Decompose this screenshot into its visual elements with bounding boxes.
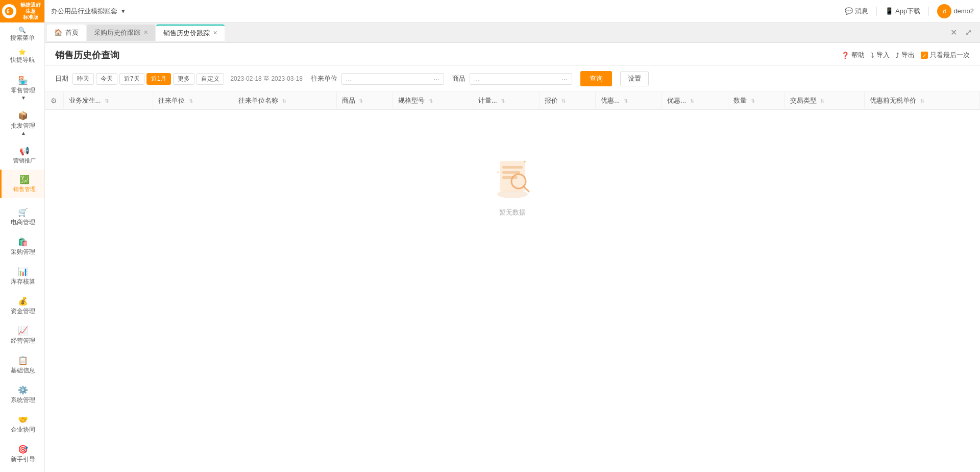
date-filter-label: 日期 bbox=[55, 74, 68, 83]
logo-icon: 6 bbox=[2, 4, 16, 18]
col-product[interactable]: 商品 ⇅ bbox=[336, 92, 393, 110]
sort-partner-code: ⇅ bbox=[189, 98, 193, 104]
col-quote[interactable]: 报价 ⇅ bbox=[539, 92, 596, 110]
help-icon: ❓ bbox=[841, 52, 849, 59]
svg-rect-5 bbox=[502, 171, 520, 174]
wholesale-icon: 📦 bbox=[18, 111, 28, 121]
date-btn-custom[interactable]: 自定义 bbox=[197, 73, 224, 85]
sidebar-item-system[interactable]: ⚙️ 系统管理 bbox=[0, 380, 44, 410]
tab-home[interactable]: 🏠 首页 bbox=[47, 25, 86, 41]
tab-sales-history[interactable]: 销售历史价跟踪 ✕ bbox=[156, 25, 225, 41]
filter-bar: 日期 昨天 今天 近7天 近1月 更多 自定义 2023-02-18 至 202… bbox=[45, 66, 980, 92]
system-icon: ⚙️ bbox=[18, 385, 28, 395]
export-btn[interactable]: ⤴ 导出 bbox=[896, 51, 915, 60]
message-icon: 💬 bbox=[845, 7, 853, 15]
table-settings-icon[interactable]: ⚙ bbox=[51, 97, 57, 105]
user-profile-btn[interactable]: d demo2 bbox=[937, 4, 974, 18]
page-title: 销售历史价查询 bbox=[55, 49, 119, 61]
avatar: d bbox=[937, 4, 951, 18]
col-partner-code[interactable]: 往来单位 ⇅ bbox=[153, 92, 233, 110]
col-pretax-price[interactable]: 优惠前无税单价 ⇅ bbox=[865, 92, 980, 110]
col-discount1[interactable]: 优惠... ⇅ bbox=[596, 92, 662, 110]
svg-rect-4 bbox=[502, 166, 523, 169]
col-quantity[interactable]: 数量 ⇅ bbox=[728, 92, 785, 110]
help-btn[interactable]: ❓ 帮助 bbox=[841, 51, 865, 60]
sidebar-quick-nav[interactable]: ⭐ 快捷导航 bbox=[0, 44, 44, 66]
date-buttons: 昨天 今天 近7天 近1月 更多 自定义 bbox=[72, 73, 224, 85]
sidebar-item-purchase[interactable]: 🛍️ 采购管理 bbox=[0, 232, 44, 262]
tab-purchase-close[interactable]: ✕ bbox=[143, 30, 148, 35]
sidebar-item-wholesale[interactable]: 📦 批发管理 ▲ bbox=[0, 106, 44, 141]
import-icon: ⤵ bbox=[871, 52, 874, 59]
app-download-btn[interactable]: 📱 App下载 bbox=[885, 7, 920, 16]
sort-partner-name: ⇅ bbox=[282, 98, 286, 104]
col-partner-name[interactable]: 往来单位名称 ⇅ bbox=[233, 92, 336, 110]
close-all-tabs-btn[interactable]: ✕ bbox=[948, 27, 959, 38]
sort-trade-type: ⇅ bbox=[820, 98, 824, 104]
inventory-icon: 📊 bbox=[18, 267, 28, 276]
partner-input[interactable] bbox=[346, 75, 432, 83]
maximize-btn[interactable]: ⤢ bbox=[963, 27, 974, 38]
basic-info-icon: 📋 bbox=[18, 356, 28, 365]
svg-text:✦: ✦ bbox=[523, 159, 527, 164]
sidebar-item-inventory[interactable]: 📊 库存核算 bbox=[0, 262, 44, 291]
retail-icon: 🏪 bbox=[18, 76, 28, 85]
sidebar-item-finance[interactable]: 💰 资金管理 bbox=[0, 291, 44, 321]
ecommerce-icon: 🛒 bbox=[18, 207, 28, 217]
col-unit[interactable]: 计量... ⇅ bbox=[473, 92, 539, 110]
sidebar-item-apps[interactable]: 📱 应用中心 bbox=[0, 469, 44, 472]
partner-filter-label: 往来单位 bbox=[311, 74, 337, 83]
table-container: ⚙ 业务发生... ⇅ 往来单位 ⇅ 往来单位名称 ⇅ bbox=[45, 92, 980, 472]
sort-quote: ⇅ bbox=[561, 98, 566, 104]
tab-purchase-history[interactable]: 采购历史价跟踪 ✕ bbox=[87, 25, 155, 41]
date-btn-more[interactable]: 更多 bbox=[173, 73, 194, 85]
sidebar-item-retail[interactable]: 🏪 零售管理 ▼ bbox=[0, 70, 44, 106]
col-trade-type[interactable]: 交易类型 ⇅ bbox=[785, 92, 865, 110]
col-spec[interactable]: 规格型号 ⇅ bbox=[393, 92, 473, 110]
sidebar-item-ecommerce[interactable]: 🛒 电商管理 bbox=[0, 202, 44, 232]
col-settings: ⚙ bbox=[45, 92, 63, 110]
product-input-wrap: ··· bbox=[470, 73, 572, 85]
sort-quantity: ⇅ bbox=[751, 98, 755, 104]
sidebar: 6 畅捷通好生意 标准版 🔍 搜索菜单 ⭐ 快捷导航 🏪 零售管理 ▼ 📦 批发… bbox=[0, 0, 45, 472]
topbar-left: 办公用品行业模拟账套 ▾ bbox=[51, 7, 125, 16]
col-biz-date[interactable]: 业务发生... ⇅ bbox=[63, 92, 153, 110]
sidebar-item-guide[interactable]: 🎯 新手引导 bbox=[0, 439, 44, 469]
topbar: 办公用品行业模拟账套 ▾ 💬 消息 📱 App下载 d demo2 bbox=[45, 0, 980, 22]
main-container: 办公用品行业模拟账套 ▾ 💬 消息 📱 App下载 d demo2 🏠 首页 bbox=[45, 0, 980, 472]
date-btn-yesterday[interactable]: 昨天 bbox=[72, 73, 94, 85]
sidebar-item-sales[interactable]: 💹 销售管理 bbox=[0, 170, 44, 198]
sidebar-item-basic-info[interactable]: 📋 基础信息 bbox=[0, 350, 44, 380]
app-logo: 6 畅捷通好生意 标准版 bbox=[0, 0, 44, 22]
partner-input-wrap: ··· bbox=[341, 73, 444, 85]
sidebar-item-operations[interactable]: 📈 经营管理 bbox=[0, 321, 44, 350]
partner-dots-btn[interactable]: ··· bbox=[434, 75, 439, 83]
sidebar-search[interactable]: 🔍 搜索菜单 bbox=[0, 22, 44, 44]
col-discount2[interactable]: 优惠... ⇅ bbox=[662, 92, 728, 110]
import-btn[interactable]: ⤵ 导入 bbox=[871, 51, 890, 60]
sort-product: ⇅ bbox=[359, 98, 363, 104]
product-input[interactable] bbox=[474, 75, 560, 83]
settings-button[interactable]: 设置 bbox=[620, 71, 649, 86]
empty-illustration: ✦ ✦ bbox=[487, 151, 538, 202]
sidebar-item-marketing[interactable]: 📢 营销推广 bbox=[0, 141, 44, 170]
topbar-separator-2 bbox=[928, 7, 929, 16]
data-table: ⚙ 业务发生... ⇅ 往来单位 ⇅ 往来单位名称 ⇅ bbox=[45, 92, 980, 110]
star-icon: ⭐ bbox=[18, 49, 26, 56]
sidebar-item-collab[interactable]: 🤝 企业协同 bbox=[0, 410, 44, 439]
table-header-row: ⚙ 业务发生... ⇅ 往来单位 ⇅ 往来单位名称 ⇅ bbox=[45, 92, 980, 110]
sales-icon: 💹 bbox=[19, 175, 30, 184]
query-button[interactable]: 查询 bbox=[580, 71, 612, 86]
message-btn[interactable]: 💬 消息 bbox=[845, 7, 868, 16]
page-content: 销售历史价查询 ❓ 帮助 ⤵ 导入 ⤴ 导出 ✓ 只看最后一次 bbox=[45, 43, 980, 472]
date-btn-today[interactable]: 今天 bbox=[96, 73, 117, 85]
empty-state: ✦ ✦ 暂无数据 bbox=[45, 110, 980, 258]
date-btn-1month[interactable]: 近1月 bbox=[146, 73, 172, 85]
date-btn-7days[interactable]: 近7天 bbox=[119, 73, 144, 85]
workspace-dropdown[interactable]: ▾ bbox=[121, 7, 125, 15]
tab-sales-close[interactable]: ✕ bbox=[213, 30, 217, 36]
product-dots-btn[interactable]: ··· bbox=[562, 75, 568, 83]
home-icon: 🏠 bbox=[54, 29, 62, 36]
wholesale-arrow: ▲ bbox=[21, 130, 26, 136]
only-last-checkbox[interactable]: ✓ 只看最后一次 bbox=[921, 51, 970, 60]
